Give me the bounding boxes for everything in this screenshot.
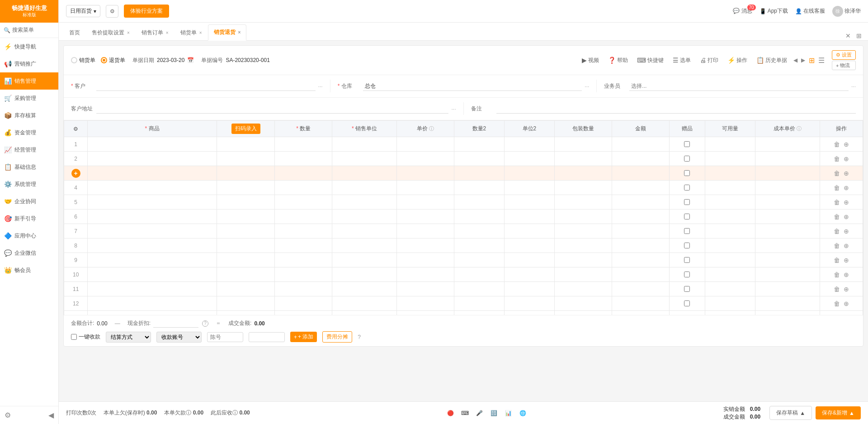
copy-row-4[interactable]: ⊕ [843,183,850,192]
copy-row-5[interactable]: ⊕ [843,198,850,207]
remark-input[interactable] [496,104,856,114]
delete-row-10[interactable]: 🗑 [833,270,841,279]
staff-input[interactable] [629,81,849,91]
sidebar-item-inventory[interactable]: 📦 库存核算 [0,107,58,124]
daily-select[interactable]: 日用百货 ▾ [66,5,100,17]
tab-price-settings-close[interactable]: × [127,30,130,35]
tab-sales-return[interactable]: 销货退货 × [208,24,247,41]
qty-cell-1[interactable] [275,137,332,152]
gift-cell-2[interactable] [669,152,705,166]
delete-row-3[interactable]: 🗑 [833,169,841,178]
settings-btn[interactable]: ⚙ 设置 [832,50,856,60]
unit-cell-3[interactable] [332,166,397,181]
footer-icon-4[interactable]: 🔠 [488,408,499,419]
delete-row-1[interactable]: 🗑 [833,140,841,149]
copy-row-13[interactable]: ⊕ [843,314,850,315]
radio-sale[interactable]: 销货单 [71,57,95,64]
toolbar-help[interactable]: ❓ 帮助 [605,55,631,66]
price-cell-2[interactable] [396,152,454,166]
delete-row-9[interactable]: 🗑 [833,256,841,265]
experience-button[interactable]: 体验行业方案 [124,5,169,18]
unit2-cell-3[interactable] [504,166,554,181]
qty-cell-3[interactable] [275,166,332,181]
delete-row-12[interactable]: 🗑 [833,299,841,308]
account-number-input[interactable] [207,332,243,342]
copy-row-3[interactable]: ⊕ [843,169,850,178]
gift-checkbox-5[interactable] [684,199,690,205]
product-cell-3[interactable] [88,166,217,181]
payment-checkbox-input[interactable] [71,334,77,340]
nav-prev-icon[interactable]: ◀ [793,57,797,63]
gift-checkbox-1[interactable] [684,141,690,147]
account-select[interactable]: 收款账号 [156,332,202,343]
tab-sales-return-close[interactable]: × [238,30,241,35]
qty2-cell-2[interactable] [454,152,504,166]
amount-cell-3[interactable] [612,166,669,181]
amount-cell-1[interactable] [612,137,669,152]
product-cell-1[interactable] [88,137,217,152]
copy-row-12[interactable]: ⊕ [843,299,850,308]
toolbar-print[interactable]: 🖨 打印 [697,55,721,66]
scan-button[interactable]: 扫码录入 [231,124,260,134]
amount-input[interactable] [249,332,285,342]
copy-row-7[interactable]: ⊕ [843,227,850,236]
th-scan[interactable]: 扫码录入 [217,121,274,137]
amount-cell-2[interactable] [612,152,669,166]
tab-menu-icon[interactable]: ⊞ [854,31,863,40]
product-cell-2[interactable] [88,152,217,166]
sidebar-settings-icon[interactable]: ⚙ [5,411,11,419]
footer-icon-6[interactable]: 🌐 [517,408,528,419]
footer-icon-5[interactable]: 📊 [503,408,514,419]
footer-icon-2[interactable]: ⌨ [459,408,470,419]
calendar-icon[interactable]: 📅 [187,57,194,63]
delete-row-11[interactable]: 🗑 [833,285,841,294]
fee-split-help[interactable]: ? [358,334,361,340]
tab-close-all-icon[interactable]: ✕ [844,31,853,40]
sidebar-item-wechat[interactable]: 💬 企业微信 [0,244,58,262]
tab-sales[interactable]: 销货单 × [175,25,208,40]
cash-discount-help[interactable]: ? [202,320,208,327]
pack-cell-3[interactable] [554,166,612,181]
qty2-cell-3[interactable] [454,166,504,181]
fee-split-button[interactable]: 费用分摊 [322,331,352,343]
unit2-cell-1[interactable] [504,137,554,152]
sidebar-item-purchase[interactable]: 🛒 采购管理 [0,90,58,107]
copy-row-8[interactable]: ⊕ [843,241,850,250]
toolbar-select[interactable]: ☰ 选单 [670,55,693,66]
tab-home[interactable]: 首页 [63,25,86,40]
tab-price-settings[interactable]: 售价提取设置 × [86,25,136,40]
warehouse-dots[interactable]: ··· [585,83,589,90]
grid-view-icon[interactable]: ⊞ [809,56,815,65]
radio-return[interactable]: 退货单 [101,57,125,64]
gift-checkbox-8[interactable] [684,243,690,248]
copy-row-2[interactable]: ⊕ [843,154,850,163]
tab-sales-order[interactable]: 销售订单 × [136,25,175,40]
sidebar-item-quicknav[interactable]: ⚡ 快捷导航 [0,38,58,55]
gift-checkbox-2[interactable] [684,156,690,162]
sidebar-item-enterprise[interactable]: 🤝 企业协同 [0,193,58,210]
qty2-cell-1[interactable] [454,137,504,152]
gift-checkbox-11[interactable] [684,286,690,292]
cash-discount-input[interactable] [153,319,198,328]
unit-cell-1[interactable] [332,137,397,152]
toolbar-video[interactable]: ▶ 视频 [579,55,602,66]
save-new-button[interactable]: 保存&新增 ▲ [816,406,861,419]
delete-row-2[interactable]: 🗑 [833,154,841,163]
sidebar-collapse-icon[interactable]: ◀ [48,411,54,419]
unit2-cell-2[interactable] [504,152,554,166]
copy-row-10[interactable]: ⊕ [843,270,850,279]
price-info-icon[interactable]: ⓘ [429,126,434,131]
toolbar-shortcut[interactable]: ⌨ 快捷键 [634,55,666,66]
sidebar-item-marketing[interactable]: 📢 营销推广 [0,55,58,72]
address-dots[interactable]: ··· [451,106,456,112]
settings-button[interactable]: ⚙ [106,5,118,18]
gift-checkbox-3[interactable] [684,170,690,176]
add-row-cell[interactable]: + [64,166,88,181]
th-gear[interactable]: ⚙ [64,121,88,137]
price-cell-3[interactable] [396,166,454,181]
pack-cell-2[interactable] [554,152,612,166]
delete-row-4[interactable]: 🗑 [833,183,841,192]
copy-row-6[interactable]: ⊕ [843,212,850,221]
add-payment-button[interactable]: + + 添加 [290,332,317,342]
warehouse-input[interactable] [363,81,582,91]
